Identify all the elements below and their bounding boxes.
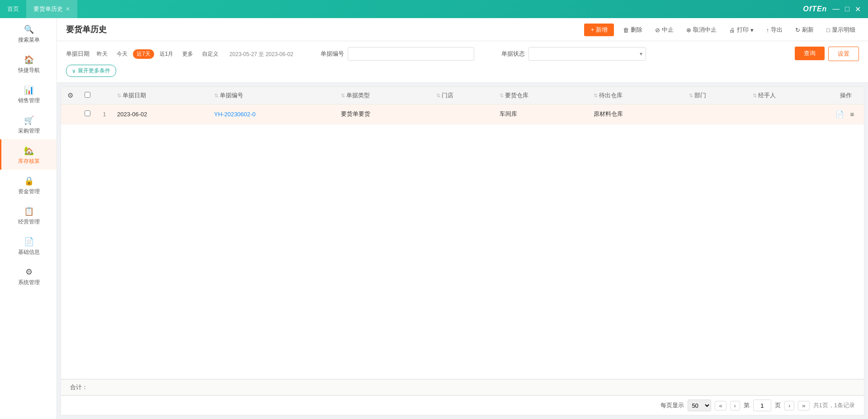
print-button[interactable]: 🖨 打印 ▾ bbox=[726, 24, 757, 36]
row-num: 1 bbox=[95, 105, 113, 124]
sidebar-item-quick-nav[interactable]: 🏠 快捷导航 bbox=[0, 48, 57, 79]
date-chip-7days[interactable]: 近7天 bbox=[133, 49, 154, 59]
col-checkbox bbox=[79, 87, 95, 105]
sidebar-item-sales-mgmt[interactable]: 📊 销售管理 bbox=[0, 79, 57, 109]
date-filter-label: 单据日期 bbox=[66, 50, 90, 58]
billno-filter-input[interactable] bbox=[348, 47, 474, 61]
col-bill-no[interactable]: 单据编号 bbox=[211, 87, 337, 105]
sidebar-item-finance-mgmt[interactable]: 🔒 资金管理 bbox=[0, 170, 57, 200]
sidebar-item-label: 快捷导航 bbox=[18, 67, 40, 74]
col-handler[interactable]: 经手人 bbox=[749, 87, 828, 105]
col-dept[interactable]: 部门 bbox=[685, 87, 749, 105]
new-button[interactable]: + 新增 bbox=[584, 24, 613, 36]
sidebar-item-label: 资金管理 bbox=[18, 188, 40, 195]
row-bill-date: 2023-06-02 bbox=[113, 105, 211, 124]
content-area: 要货单历史 + 新增 🗑 删除 ⊘ 中止 ⊗ 取消中止 bbox=[57, 18, 868, 419]
page-label-before: 第 bbox=[744, 401, 750, 409]
col-bill-date[interactable]: 单据日期 bbox=[113, 87, 211, 105]
row-checkbox[interactable] bbox=[85, 110, 90, 116]
tab-requisition-history[interactable]: 要货单历史 ✕ bbox=[26, 0, 77, 18]
delete-button[interactable]: 🗑 删除 bbox=[619, 24, 646, 36]
query-button[interactable]: 查询 bbox=[795, 47, 825, 60]
sidebar-item-basic-info[interactable]: 📄 基础信息 bbox=[0, 230, 57, 261]
row-edit-icon[interactable]: 📄 bbox=[834, 109, 845, 120]
col-operation: 操作 bbox=[828, 87, 864, 105]
page-header: 要货单历史 + 新增 🗑 删除 ⊘ 中止 ⊗ 取消中止 bbox=[57, 18, 868, 41]
per-page-label: 每页显示 bbox=[660, 401, 684, 409]
date-filter-item: 单据日期 昨天 今天 近7天 近1月 更多 自定义 2023-05-27 至 2… bbox=[66, 49, 293, 59]
system-mgmt-icon: ⚙ bbox=[25, 267, 33, 277]
select-all-checkbox[interactable] bbox=[85, 92, 90, 98]
col-settings: ⚙ bbox=[61, 87, 79, 105]
date-chip-custom[interactable]: 自定义 bbox=[198, 49, 222, 59]
page-prev-btn[interactable]: ‹ bbox=[730, 401, 740, 410]
tab-close-icon[interactable]: ✕ bbox=[66, 6, 70, 12]
row-pending-warehouse: 原材料仓库 bbox=[590, 105, 685, 124]
sidebar-item-operation-mgmt[interactable]: 📋 经营管理 bbox=[0, 200, 57, 230]
cancel-stop-button[interactable]: ⊗ 取消中止 bbox=[683, 24, 720, 36]
cancel-stop-icon: ⊗ bbox=[686, 27, 691, 33]
page-next-btn[interactable]: › bbox=[784, 401, 794, 410]
sidebar-item-search-menu[interactable]: 🔍 搜索菜单 bbox=[0, 18, 57, 48]
bill-no-link[interactable]: YH-20230602-0 bbox=[214, 111, 256, 118]
stop-button[interactable]: ⊘ 中止 bbox=[651, 24, 677, 36]
window-minimize-btn[interactable]: — bbox=[832, 5, 840, 13]
status-filter-label: 单据状态 bbox=[501, 50, 525, 58]
data-table: ⚙ 单据日期 单据编号 单据类型 门店 要货仓库 待出仓库 部门 经手人 bbox=[61, 87, 864, 124]
refresh-icon: ↻ bbox=[795, 27, 800, 33]
print-dropdown-icon: ▾ bbox=[750, 27, 754, 33]
col-pending-warehouse[interactable]: 待出仓库 bbox=[590, 87, 685, 105]
sidebar-item-label: 经营管理 bbox=[18, 218, 40, 226]
sidebar-item-label: 销售管理 bbox=[18, 97, 40, 105]
inventory-calc-icon: 🏡 bbox=[24, 146, 34, 156]
row-more-icon[interactable]: ≡ bbox=[847, 109, 858, 119]
row-handler bbox=[749, 105, 828, 124]
col-store[interactable]: 门店 bbox=[433, 87, 496, 105]
table-row: 1 2023-06-02 YH-20230602-0 要货单要货 车间库 原材料… bbox=[61, 105, 864, 124]
display-detail-icon: □ bbox=[826, 27, 830, 33]
filter-row-1: 单据日期 昨天 今天 近7天 近1月 更多 自定义 2023-05-27 至 2… bbox=[66, 47, 859, 61]
page-first-btn[interactable]: « bbox=[715, 401, 726, 410]
export-button[interactable]: ↑ 导出 bbox=[763, 24, 787, 36]
date-chip-1month[interactable]: 近1月 bbox=[156, 49, 177, 59]
setting-button[interactable]: 设置 bbox=[828, 47, 859, 61]
date-filter-chips: 昨天 今天 近7天 近1月 更多 自定义 bbox=[93, 49, 222, 59]
delete-icon: 🗑 bbox=[623, 27, 629, 33]
tab-home[interactable]: 首页 bbox=[0, 0, 26, 18]
row-settings bbox=[61, 105, 79, 124]
expand-more-btn[interactable]: ∨ 展开更多条件 bbox=[66, 65, 116, 77]
sidebar-item-system-mgmt[interactable]: ⚙ 系统管理 bbox=[0, 261, 57, 291]
top-bar-tabs: 首页 要货单历史 ✕ bbox=[0, 0, 803, 18]
sidebar: 🔍 搜索菜单 🏠 快捷导航 📊 销售管理 🛒 采购管理 🏡 库存核算 🔒 资金管… bbox=[0, 18, 57, 419]
quick-nav-icon: 🏠 bbox=[24, 55, 34, 65]
table-container: ⚙ 单据日期 单据编号 单据类型 门店 要货仓库 待出仓库 部门 经手人 bbox=[61, 86, 864, 379]
sidebar-item-label: 基础信息 bbox=[18, 248, 40, 256]
col-req-warehouse[interactable]: 要货仓库 bbox=[496, 87, 590, 105]
date-chip-more[interactable]: 更多 bbox=[179, 49, 197, 59]
filter-area: 单据日期 昨天 今天 近7天 近1月 更多 自定义 2023-05-27 至 2… bbox=[57, 41, 868, 83]
footer-total-label: 合计： bbox=[70, 383, 88, 391]
total-info: 共1页，1条记录 bbox=[813, 401, 855, 409]
pagination-bar: 每页显示 10 20 50 100 « ‹ 第 页 › » 共1页，1条记录 bbox=[61, 395, 864, 415]
date-chip-yesterday[interactable]: 昨天 bbox=[93, 49, 111, 59]
page-number-input[interactable] bbox=[753, 400, 771, 411]
brand-text: OfTEn bbox=[803, 5, 827, 13]
display-detail-button[interactable]: □ 显示明细 bbox=[823, 24, 859, 36]
refresh-button[interactable]: ↻ 刷新 bbox=[792, 24, 817, 36]
sidebar-item-purchase-mgmt[interactable]: 🛒 采购管理 bbox=[0, 109, 57, 139]
page-last-btn[interactable]: » bbox=[798, 401, 809, 410]
main-layout: 🔍 搜索菜单 🏠 快捷导航 📊 销售管理 🛒 采购管理 🏡 库存核算 🔒 资金管… bbox=[0, 18, 868, 419]
expand-icon: ∨ bbox=[72, 68, 76, 74]
window-maximize-btn[interactable]: □ bbox=[845, 5, 849, 13]
per-page-select[interactable]: 10 20 50 100 bbox=[688, 400, 711, 411]
row-store bbox=[433, 105, 496, 124]
col-bill-type[interactable]: 单据类型 bbox=[337, 87, 433, 105]
column-settings-icon[interactable]: ⚙ bbox=[67, 91, 73, 99]
basic-info-icon: 📄 bbox=[24, 237, 34, 247]
date-chip-today[interactable]: 今天 bbox=[113, 49, 131, 59]
print-icon: 🖨 bbox=[729, 27, 735, 33]
export-icon: ↑ bbox=[766, 27, 769, 33]
sidebar-item-inventory-calc[interactable]: 🏡 库存核算 bbox=[0, 139, 57, 170]
status-filter-select[interactable] bbox=[528, 47, 646, 61]
window-close-btn[interactable]: ✕ bbox=[855, 5, 861, 14]
